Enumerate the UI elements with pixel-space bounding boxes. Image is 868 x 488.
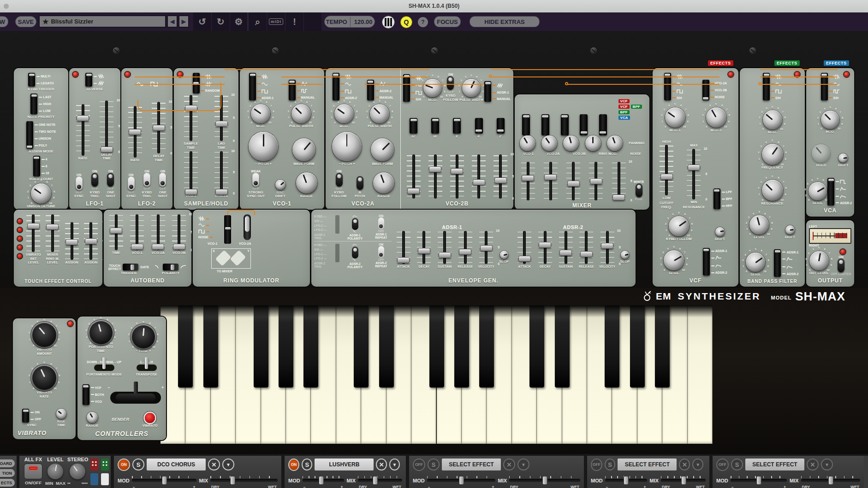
- help-button[interactable]: ?: [418, 17, 428, 27]
- left-partial-pill-1[interactable]: TION: [0, 469, 15, 477]
- fx-3-mod-slider[interactable]: [427, 479, 495, 482]
- mixer-vco2b-level[interactable]: [565, 162, 581, 200]
- mixer-vco2a-level[interactable]: [543, 162, 559, 200]
- partial-left-button[interactable]: W: [0, 16, 8, 27]
- fx-4-mod-slider[interactable]: [605, 479, 647, 482]
- touch-assign2-slider[interactable]: +0−ASSIGN: [83, 222, 99, 265]
- vco2a-pitch-knob[interactable]: − PITCH +: [332, 132, 362, 166]
- lfo1-reverse-switch[interactable]: REVERSE: [85, 73, 104, 92]
- vco2b-8-switch[interactable]: 8': [453, 118, 461, 139]
- adsr1-group-sustain-slider[interactable]: SUSTAIN: [437, 231, 452, 269]
- vcf-resonance-slider[interactable]: MAX1050MINRESONANCE: [683, 143, 705, 209]
- out-level-knob[interactable]: 012345678910OUT LEVEL: [809, 251, 828, 276]
- lfo2-rate-slider[interactable]: RATE: [127, 106, 143, 163]
- fx-2-mod-slider[interactable]: [303, 479, 344, 482]
- adsr1-group-velocity-slider[interactable]: 1050VELOCITY: [478, 231, 494, 269]
- bpf-resonance-knob[interactable]: 012345678910RESONANCE: [761, 180, 784, 206]
- vibrato-rate-knob[interactable]: 012345678910VIBRATO RATE: [32, 366, 56, 399]
- fx-square-green[interactable]: [101, 459, 109, 470]
- tune-knob[interactable]: 012345678910− TUNE +: [132, 325, 155, 353]
- lfo1-delay-time-slider[interactable]: 1050DELAY TIME: [99, 100, 114, 161]
- vco2a-kybd-follow-toggle[interactable]: ONOFFKYBD FOLLOW: [332, 170, 347, 199]
- vco2b-32-slider[interactable]: [406, 154, 422, 199]
- vcf-mod1-knob[interactable]: 012345678910MOD-1: [665, 107, 685, 133]
- ringmod-source-switch[interactable]: [224, 215, 231, 244]
- vcf-sens-knob[interactable]: 012345678910SENS.: [664, 250, 684, 276]
- vibrato-button[interactable]: VIBRATO: [143, 413, 158, 428]
- bpf-sens-knob[interactable]: 012345678910SENS.: [746, 253, 765, 277]
- vco2b-32-switch[interactable]: 32': [410, 118, 417, 139]
- vcf-cutoff-slider[interactable]: HIGHLOWCUTOFF FREQ.: [659, 139, 674, 210]
- mixer-noise-level[interactable]: 1050: [611, 162, 627, 200]
- mixer-pan-vco2b[interactable]: [563, 135, 579, 151]
- fx-2-solo-button[interactable]: S: [302, 459, 312, 470]
- fx-3-mix-slider[interactable]: [509, 479, 580, 482]
- black-key-o1-4[interactable]: [279, 306, 293, 388]
- mixer-pan-ringmod[interactable]: [585, 135, 601, 151]
- fx-5-solo-button[interactable]: S: [731, 459, 743, 470]
- fx-5-name-field[interactable]: SELECT EFFECT: [745, 459, 804, 470]
- vca-drift-knob[interactable]: DRIFT: [838, 153, 848, 168]
- vco2a-mod-knob[interactable]: 012345678910MOD.: [334, 104, 354, 129]
- lfo1-rate-slider[interactable]: RATE: [75, 104, 91, 161]
- adsr1-polarity-toggle[interactable]: [352, 218, 358, 230]
- portamento-time-knob[interactable]: 012345678910PORTAMENTO TIME: [89, 321, 113, 353]
- fx-1-mod-slider[interactable]: [132, 479, 196, 482]
- fx-5-remove-button[interactable]: ✕: [807, 459, 819, 470]
- vco2b-4-switch[interactable]: 4': [475, 118, 483, 139]
- quantize-button[interactable]: Q: [400, 16, 412, 28]
- adsr1-trig-switch[interactable]: [335, 215, 339, 234]
- fx-square-blue[interactable]: [90, 473, 98, 485]
- black-key-o2-3[interactable]: [429, 306, 444, 388]
- adsr2-group-velocity-slider[interactable]: 1050VELOCITY: [599, 231, 615, 269]
- mixer-pan-vco1[interactable]: [520, 135, 535, 151]
- fx-3-solo-button[interactable]: S: [428, 459, 440, 470]
- adsr2-polarity-toggle[interactable]: [352, 247, 358, 259]
- adsr2-group-attack-slider[interactable]: ATTACK: [517, 231, 532, 269]
- fx-4-name-field[interactable]: SELECT EFFECT: [618, 459, 677, 470]
- save-button[interactable]: SAVE: [15, 16, 36, 27]
- transpose-lever[interactable]: L - M - HTRANSPOSE: [136, 360, 157, 377]
- sh-vco1-slider[interactable]: VCO-1: [183, 151, 199, 199]
- vco2b-2-slider[interactable]: 1050: [493, 154, 508, 199]
- vco2b-16-slider[interactable]: [428, 154, 443, 199]
- autobend-polarity-switch[interactable]: POLARITY: [155, 264, 187, 276]
- fx-1-remove-button[interactable]: ✕: [208, 459, 220, 470]
- adsr2-group-release-slider[interactable]: RELEASE: [578, 231, 594, 269]
- vca-hold-knob[interactable]: HOLD: [812, 144, 830, 168]
- bpf-level-knob[interactable]: 012345678910LEVEL: [749, 215, 769, 240]
- vco1-osc-drift-knob[interactable]: OSC DRIFT: [275, 180, 285, 199]
- mixer-pan-noise[interactable]: [607, 135, 623, 151]
- lfo1-kybd-trig-toggle[interactable]: ONOFFKYBD TRIG.: [90, 170, 100, 199]
- bender-range-switch[interactable]: VCFBOTHVCO: [83, 384, 104, 405]
- left-partial-pill-0[interactable]: OARD: [0, 459, 15, 467]
- lfo2-sync-toggle[interactable]: ONOFFSYNC: [126, 173, 136, 199]
- black-key-o3-3[interactable]: [605, 306, 619, 388]
- bpf-frequency-knob[interactable]: 012345678910FREQUENCY: [761, 144, 783, 170]
- mixer-ringmod-level[interactable]: [588, 162, 604, 200]
- bpf-mod-knob[interactable]: 012345678910MOD.: [763, 110, 782, 135]
- vco2b-8-slider[interactable]: [449, 154, 465, 199]
- black-key-o2-5[interactable]: [479, 306, 494, 388]
- adsr2-group-slop-knob[interactable]: [621, 251, 629, 259]
- kybd-trigger-switch[interactable]: MULTILEGATOKYBD TRIGGER: [28, 73, 54, 92]
- mixer-noise-color-toggle[interactable]: WHITEPINK: [634, 180, 644, 200]
- zoom-icon[interactable]: ⌕: [249, 12, 267, 31]
- white-key-22[interactable]: [688, 306, 713, 444]
- fx-1-mix-slider[interactable]: [210, 479, 278, 482]
- note-priority-switch[interactable]: LASTHIGHLOWNOTE PRIORITY: [28, 94, 54, 119]
- vcf-type-switch[interactable]: LPFBPFHPF: [713, 188, 732, 209]
- tempo-control[interactable]: TEMPO120.00: [324, 16, 375, 28]
- black-key-o1-0[interactable]: [178, 306, 193, 388]
- vco1-sync-out-switch[interactable]: WEAKOFFSTRONG SYNC OUT: [247, 170, 265, 199]
- black-key-o3-4[interactable]: [630, 306, 645, 388]
- vca-sens-knob[interactable]: 012345678910SENS.: [809, 182, 827, 206]
- vco1-mod-knob[interactable]: 012345678910MOD.: [251, 104, 270, 129]
- favorite-star-icon[interactable]: ★: [42, 18, 48, 26]
- vco1-wave-form-knob[interactable]: WAVE FORM: [292, 138, 315, 166]
- vco1-pitch-knob[interactable]: − PITCH +: [249, 132, 278, 166]
- vcf-mod2-source-switch[interactable]: VCO-2AVCO-2BNOISE: [702, 80, 727, 100]
- vco1-range-knob[interactable]: RANGE: [296, 172, 317, 199]
- black-key-o2-4[interactable]: [454, 306, 469, 388]
- fx-5-mod-slider[interactable]: [731, 479, 787, 482]
